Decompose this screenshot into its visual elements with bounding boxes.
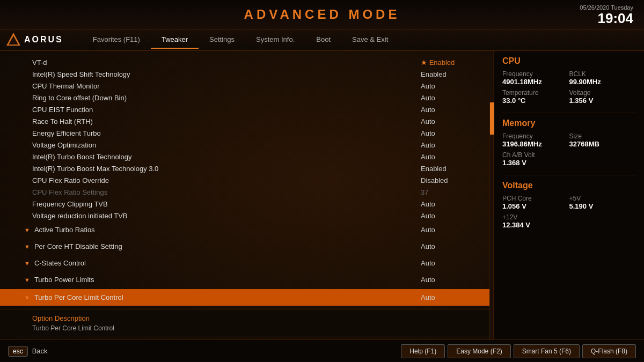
table-row: CPU Flex Ratio Settings 37 <box>0 186 493 198</box>
table-row[interactable]: VT-d ★ Enabled <box>0 56 493 68</box>
settings-list: VT-d ★ Enabled Intel(R) Speed Shift Tech… <box>0 54 493 309</box>
table-row[interactable]: Intel(R) Turbo Boost Technology Auto <box>0 151 493 162</box>
cpu-title: CPU <box>502 56 636 66</box>
scroll-bar[interactable] <box>489 102 494 343</box>
section-value: Auto <box>421 276 485 284</box>
table-row[interactable]: Energy Efficient Turbo Auto <box>0 127 493 139</box>
memory-title: Memory <box>502 119 636 128</box>
section-value: Auto <box>421 226 485 234</box>
datetime: 05/26/2020 Tuesday 19:04 <box>580 4 633 26</box>
navbar: AORUS Favorites (F11) Tweaker Settings S… <box>0 29 644 51</box>
table-row[interactable]: Voltage reduction initiated TVB Auto <box>0 210 493 221</box>
memory-info-section: Memory Frequency 3196.86MHz Size 32768MB… <box>502 119 636 167</box>
section-active-turbo-ratios[interactable]: ▼ Active Turbo Ratios Auto <box>0 221 493 238</box>
qflash-button[interactable]: Q-Flash (F8) <box>582 344 636 358</box>
nav-tweaker[interactable]: Tweaker <box>151 31 199 49</box>
table-row[interactable]: Intel(R) Turbo Boost Max Technology 3.0 … <box>0 162 493 174</box>
table-row[interactable]: CPU EIST Function Auto <box>0 104 493 115</box>
function-keys: Help (F1) Easy Mode (F2) Smart Fan 5 (F6… <box>401 344 636 358</box>
cpu-freq-label: Frequency <box>502 70 569 78</box>
setting-value: Auto <box>421 129 485 137</box>
chevron-down-icon: ▼ <box>24 260 30 267</box>
table-row[interactable]: Voltage Optimization Auto <box>0 139 493 151</box>
setting-value: Enabled <box>421 165 485 173</box>
cpu-volt-value: 1.356 V <box>569 97 636 105</box>
setting-value: Auto <box>421 106 485 114</box>
cpu-freq-value: 4901.18MHz <box>502 78 569 86</box>
volt-12v-value: 12.384 V <box>502 221 636 229</box>
mem-freq-col: Frequency 3196.86MHz <box>502 132 569 148</box>
section-per-core-ht[interactable]: ▼ Per Core HT Disable Setting Auto <box>0 238 493 255</box>
volt-12v-label: +12V <box>502 213 636 221</box>
logo-area: AORUS <box>5 32 63 48</box>
cpu-temp-col: Temperature 33.0 °C <box>502 89 569 105</box>
section-turbo-per-core[interactable]: ▼ Turbo Per Core Limit Control Auto <box>0 289 493 306</box>
setting-value: ★ Enabled <box>421 58 485 67</box>
section-value: Auto <box>421 293 485 301</box>
smart-fan-button[interactable]: Smart Fan 5 (F6) <box>514 344 580 358</box>
cpu-bclk-col: BCLK 99.90MHz <box>569 70 636 86</box>
nav-items: Favorites (F11) Tweaker Settings System … <box>71 31 639 49</box>
time-display: 19:04 <box>580 11 633 26</box>
volt-12v-col: +12V 12.384 V <box>502 213 636 229</box>
option-desc-title: Option Description <box>32 314 461 322</box>
logo-text: AORUS <box>24 35 63 45</box>
volt-5v-label: +5V <box>569 195 636 202</box>
mem-chvolt-label: Ch A/B Volt <box>502 151 636 159</box>
setting-value: Auto <box>421 153 485 161</box>
setting-value: Auto <box>421 117 485 125</box>
option-description: Option Description Turbo Per Core Limit … <box>0 309 493 336</box>
cpu-volt-label: Voltage <box>569 89 636 97</box>
setting-value: Auto <box>421 94 485 102</box>
setting-value: Auto <box>421 212 485 220</box>
scroll-thumb[interactable] <box>490 102 494 135</box>
section-turbo-power[interactable]: ▼ Turbo Power Limits Auto <box>0 271 493 288</box>
setting-value: Enabled <box>421 70 485 78</box>
easy-mode-button[interactable]: Easy Mode (F2) <box>448 344 510 358</box>
cpu-volt-col: Voltage 1.356 V <box>569 89 636 105</box>
mem-chvolt-row: Ch A/B Volt 1.368 V <box>502 151 636 167</box>
right-panel: CPU Frequency 4901.18MHz BCLK 99.90MHz T… <box>494 51 644 339</box>
table-row[interactable]: CPU Flex Ratio Override Disabled <box>0 174 493 186</box>
section-c-states[interactable]: ▼ C-States Control Auto <box>0 255 493 271</box>
volt-5v-value: 5.190 V <box>569 202 636 210</box>
setting-value: 37 <box>421 188 485 196</box>
separator-2 <box>502 175 636 175</box>
nav-favorites[interactable]: Favorites (F11) <box>82 31 151 49</box>
setting-value: Disabled <box>421 176 485 184</box>
help-button[interactable]: Help (F1) <box>401 344 445 358</box>
cpu-temp-value: 33.0 °C <box>502 97 569 105</box>
mem-chvolt-value: 1.368 V <box>502 159 636 167</box>
table-row[interactable]: Intel(R) Speed Shift Technology Enabled <box>0 68 493 80</box>
separator-1 <box>502 113 636 113</box>
volt-pch-col: PCH Core 1.056 V <box>502 195 569 210</box>
volt-pch-label: PCH Core <box>502 195 569 202</box>
nav-system-info[interactable]: System Info. <box>245 31 305 49</box>
table-row[interactable]: Ring to Core offset (Down Bin) Auto <box>0 92 493 104</box>
nav-boot[interactable]: Boot <box>305 31 341 49</box>
chevron-down-icon: ▼ <box>24 277 30 283</box>
nav-save-exit[interactable]: Save & Exit <box>341 31 399 49</box>
setting-value: Auto <box>421 82 485 90</box>
table-row[interactable]: CPU Thermal Monitor Auto <box>0 80 493 92</box>
voltage-info-section: Voltage PCH Core 1.056 V +5V 5.190 V +12… <box>502 181 636 229</box>
mem-chvolt-col: Ch A/B Volt 1.368 V <box>502 151 636 167</box>
cpu-temp-label: Temperature <box>502 89 569 97</box>
chevron-down-icon: ▼ <box>24 294 30 301</box>
back-label: Back <box>32 347 48 355</box>
chevron-down-icon: ▼ <box>24 227 30 233</box>
esc-back-button[interactable]: esc Back <box>8 346 48 357</box>
section-value: Auto <box>421 242 485 250</box>
volt-5v-col: +5V 5.190 V <box>569 195 636 210</box>
table-row[interactable]: Frequency Clipping TVB Auto <box>0 198 493 210</box>
cpu-temp-row: Temperature 33.0 °C Voltage 1.356 V <box>502 89 636 105</box>
memory-freq-row: Frequency 3196.86MHz Size 32768MB <box>502 132 636 148</box>
nav-settings[interactable]: Settings <box>199 31 245 49</box>
cpu-info-section: CPU Frequency 4901.18MHz BCLK 99.90MHz T… <box>502 56 636 105</box>
mem-freq-label: Frequency <box>502 132 569 140</box>
cpu-frequency-row: Frequency 4901.18MHz BCLK 99.90MHz <box>502 70 636 86</box>
table-row[interactable]: Race To Halt (RTH) Auto <box>0 115 493 127</box>
header-title: ADVANCED MODE <box>244 7 400 22</box>
mem-size-value: 32768MB <box>569 140 636 148</box>
mem-size-col: Size 32768MB <box>569 132 636 148</box>
